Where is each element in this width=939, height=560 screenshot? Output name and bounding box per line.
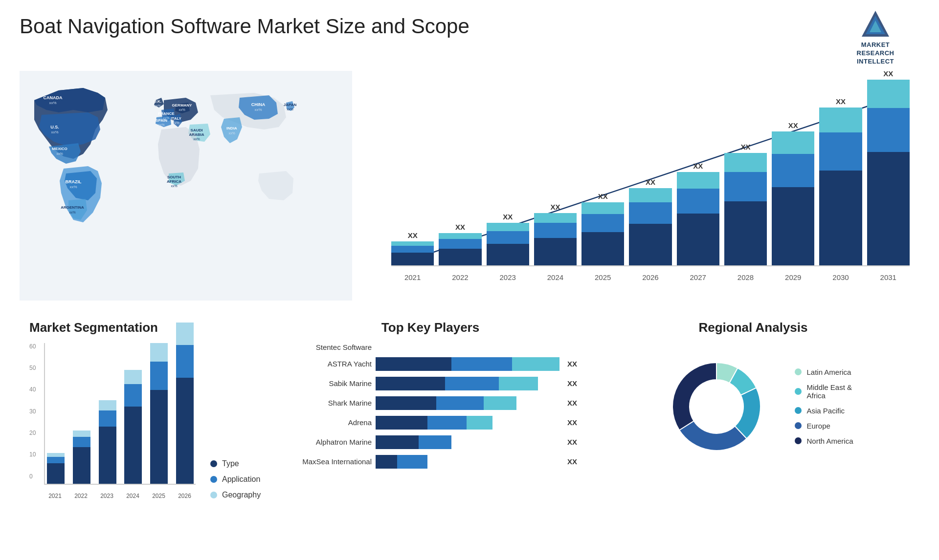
seg-bar-segment <box>176 378 194 484</box>
player-value: XX <box>567 399 577 407</box>
bar-segment <box>724 153 767 172</box>
seg-x-labels: 202120222023202420252026 <box>44 493 196 499</box>
svg-text:ARGENTINA: ARGENTINA <box>61 205 84 210</box>
reg-legend-label: Latin America <box>806 368 851 376</box>
bar-stack[interactable] <box>772 131 814 265</box>
svg-text:U.S.: U.S. <box>50 125 59 129</box>
bar-year-label: 2030 <box>819 270 862 281</box>
bar-segment <box>772 131 814 154</box>
seg-bars <box>44 343 196 485</box>
bar-segment <box>534 223 577 238</box>
seg-bar-segment <box>150 343 168 362</box>
bar-group: XX <box>487 213 529 265</box>
bar-top-label: XX <box>646 178 655 186</box>
player-value: XX <box>567 360 577 368</box>
player-name: Shark Marine <box>284 399 372 407</box>
bar-segment <box>487 223 529 231</box>
seg-bar-segment <box>73 431 90 437</box>
bar-segment <box>867 108 910 152</box>
bar-year-label: 2031 <box>867 270 910 281</box>
legend-dot <box>210 460 217 467</box>
bar-segment <box>581 202 624 214</box>
bar-top-label: XX <box>408 231 418 239</box>
reg-legend-item: Asia Pacific <box>795 407 853 415</box>
bar-stack[interactable] <box>629 188 671 265</box>
bar-stack[interactable] <box>439 233 481 265</box>
seg-bar-group <box>174 323 196 484</box>
player-name: MaxSea International <box>284 457 372 466</box>
svg-text:xx%: xx% <box>51 130 58 134</box>
player-bar-wrap <box>376 435 559 449</box>
svg-text:SPAIN: SPAIN <box>156 118 167 123</box>
players-list: Stentec SoftwareASTRA YachtXXSabik Marin… <box>284 343 577 469</box>
bar-year-label: 2021 <box>391 270 434 281</box>
header: Boat Navigation Software Market Size and… <box>20 10 919 66</box>
bar-segment <box>581 232 624 265</box>
reg-legend-label: North America <box>806 437 853 445</box>
player-value: XX <box>567 457 577 466</box>
bar-segment <box>487 231 529 244</box>
player-bar-wrap <box>376 416 559 430</box>
reg-legend-dot <box>795 368 802 375</box>
bar-segment <box>724 172 767 201</box>
bar-segment <box>439 233 481 239</box>
bar-group: XX <box>581 192 624 265</box>
bar-segment <box>819 171 862 265</box>
bar-stack[interactable] <box>391 241 434 265</box>
legend-dot <box>210 476 217 483</box>
seg-legend-item: Application <box>210 475 261 484</box>
bar-group: XX <box>677 162 719 265</box>
seg-year-label: 2024 <box>122 493 144 499</box>
player-name: Stentec Software <box>284 343 372 351</box>
players-area: Top Key Players Stentec SoftwareASTRA Ya… <box>274 315 587 560</box>
bar-year-label: 2029 <box>772 270 814 281</box>
bar-stack[interactable] <box>819 108 862 265</box>
bar-group: XX <box>629 178 671 265</box>
logo-text: MARKET RESEARCH INTELLECT <box>857 41 894 66</box>
seg-legend-item: Geography <box>210 491 261 499</box>
player-row: Stentec Software <box>284 343 577 351</box>
bar-year-label: 2027 <box>677 270 719 281</box>
legend-label: Geography <box>222 491 261 499</box>
bar-top-label: XX <box>836 97 846 106</box>
bar-segment <box>391 241 434 246</box>
bar-year-label: 2024 <box>534 270 577 281</box>
seg-bar-segment <box>47 463 65 484</box>
logo-area: MARKET RESEARCH INTELLECT <box>831 10 919 66</box>
player-bar-wrap <box>376 455 559 469</box>
bar-stack[interactable] <box>867 80 910 265</box>
bar-top-label: XX <box>550 203 560 211</box>
player-value: XX <box>567 418 577 427</box>
reg-legend-dot <box>795 407 802 414</box>
seg-year-label: 2026 <box>174 493 196 499</box>
bar-stack[interactable] <box>724 153 767 265</box>
svg-text:CHINA: CHINA <box>251 102 266 107</box>
bar-segment <box>534 238 577 265</box>
bar-top-label: XX <box>740 143 750 151</box>
player-bar-wrap <box>376 377 559 390</box>
bar-segment <box>581 214 624 232</box>
reg-legend-item: Middle East & Africa <box>795 383 853 400</box>
bar-stack[interactable] <box>487 223 529 265</box>
svg-text:CANADA: CANADA <box>44 95 63 100</box>
bar-segment <box>534 213 577 223</box>
bar-segment <box>677 189 719 214</box>
bar-stack[interactable] <box>534 213 577 265</box>
seg-bar-group <box>71 431 93 484</box>
world-map-svg: CANADA xx% U.S. xx% MEXICO xx% BRAZIL xx… <box>20 71 352 301</box>
bar-segment <box>391 253 434 265</box>
bar-year-label: 2025 <box>581 270 624 281</box>
page-title: Boat Navigation Software Market Size and… <box>20 15 470 38</box>
svg-text:JAPAN: JAPAN <box>284 103 297 107</box>
seg-bar-group <box>148 343 170 484</box>
segmentation-title: Market Segmentation <box>29 320 264 335</box>
bar-chart-wrap: XXXXXXXXXXXXXXXXXXXXXX 20212022202320242… <box>391 81 910 291</box>
bar-chart-container: XXXXXXXXXXXXXXXXXXXXXX 20212022202320242… <box>362 71 919 305</box>
bar-stack[interactable] <box>581 202 624 265</box>
seg-bar-segment <box>99 427 116 484</box>
svg-text:GERMANY: GERMANY <box>172 103 193 108</box>
bar-segment <box>629 188 671 202</box>
seg-legend: TypeApplicationGeography <box>210 440 261 499</box>
bar-year-label: 2022 <box>439 270 481 281</box>
bar-stack[interactable] <box>677 172 719 265</box>
